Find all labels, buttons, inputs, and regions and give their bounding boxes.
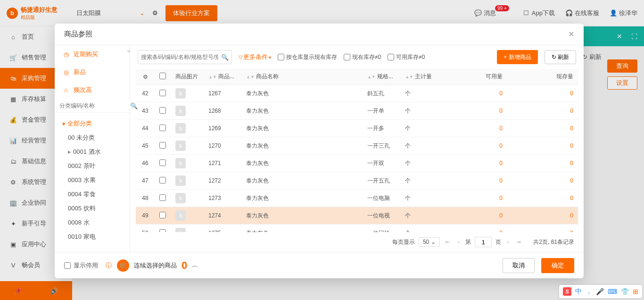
row-code: 1272 (204, 172, 241, 190)
row-image: b (171, 207, 204, 225)
row-code: 1270 (204, 137, 241, 155)
row-onhand: 0 (507, 207, 578, 225)
category-node[interactable]: 0002 茶叶 (55, 159, 130, 173)
product-table: ⚙ 商品图片 ▲▼商品... ▲▼商品名称 ▲▼规格... ▲▼主计量 可用量 … (136, 69, 578, 232)
table-row[interactable]: 43b1268泰力灰色一开单个00 (136, 102, 578, 120)
row-avail: 0 (437, 137, 507, 155)
col-onhand[interactable]: 现存量 (507, 69, 578, 85)
category-node[interactable]: 0004 零食 (55, 187, 130, 201)
category-node[interactable]: 0010 家电 (55, 230, 130, 244)
ok-button[interactable]: 确定 (541, 258, 574, 273)
ime-toolbox-icon[interactable]: ⊞ (633, 288, 638, 295)
row-checkbox[interactable] (155, 172, 171, 190)
modal-footer: 显示停用 ⓘ 🛒 连续选择的商品 0 ︿ 取消 确定 (55, 252, 584, 278)
ck-by-warehouse[interactable]: 按仓库显示现有库存 (278, 53, 337, 61)
row-checkbox[interactable] (155, 120, 171, 137)
filter-frequent[interactable]: ☆频次高 (55, 81, 130, 99)
category-node[interactable]: 00 未分类 (55, 131, 130, 145)
collapse-left-icon[interactable]: « (127, 47, 131, 54)
per-page-label: 每页显示 (392, 238, 415, 246)
category-root[interactable]: ▾ 全部分类 (55, 117, 130, 131)
category-search-input[interactable] (59, 102, 130, 109)
ime-mic-icon[interactable]: 🎤 (596, 288, 604, 295)
table-row[interactable]: 47b1272泰力灰色一开五孔个00 (136, 172, 578, 190)
col-avail[interactable]: 可用量 (437, 69, 507, 85)
ime-toolbar[interactable]: S 中 ， 🎤 ⌨ 👕 ⊞ (559, 285, 642, 298)
row-index: 42 (136, 85, 155, 102)
pagination: 每页显示 50 ⌄ ⇤ ‹ 第 页 › ⇥ 共2页, 61条记录 (130, 232, 584, 252)
more-conditions[interactable]: ▽ 更多条件▾ (239, 53, 271, 61)
row-unit: 个 (400, 155, 437, 172)
table-row[interactable]: 49b1274泰力灰色一位电视个00 (136, 207, 578, 225)
col-gear[interactable]: ⚙ (136, 69, 155, 85)
row-onhand: 0 (507, 225, 578, 233)
col-name[interactable]: ▲▼商品名称 (241, 69, 363, 85)
table-row[interactable]: 50b1275泰力灰色一位门铃个00 (136, 225, 578, 233)
refresh-button[interactable]: ↻ 刷新 (545, 50, 576, 64)
ck-avail-ne0[interactable]: 可用库存≠0 (388, 53, 425, 61)
row-spec: 一位门铃 (363, 225, 400, 233)
row-avail: 0 (437, 155, 507, 172)
col-unit[interactable]: ▲▼主计量 (400, 69, 437, 85)
row-spec: 斜五孔 (363, 85, 400, 102)
row-avail: 0 (437, 120, 507, 137)
gear-icon: ⚙ (143, 74, 148, 80)
product-search: 🔍 (138, 50, 232, 64)
row-checkbox[interactable] (155, 190, 171, 207)
help-icon[interactable]: ⓘ (105, 262, 112, 269)
first-page-icon[interactable]: ⇤ (444, 238, 452, 246)
ime-keyboard-icon[interactable]: ⌨ (608, 288, 617, 295)
row-onhand: 0 (507, 85, 578, 102)
category-node[interactable]: 0008 水 (55, 216, 130, 230)
modal-left-panel: « ◷近期购买 ◎新品 ☆频次高 🔍 ▾ 全部分类 00 未分类0001 酒水0… (55, 45, 130, 252)
col-image[interactable]: 商品图片 (171, 69, 204, 85)
table-row[interactable]: 48b1273泰力灰色一位电脑个00 (136, 190, 578, 207)
filter-new[interactable]: ◎新品 (55, 63, 130, 81)
category-node[interactable]: 0001 酒水 (55, 145, 130, 159)
close-icon[interactable]: ✕ (568, 30, 574, 39)
row-code: 1268 (204, 102, 241, 120)
col-spec[interactable]: ▲▼规格... (363, 69, 400, 85)
row-checkbox[interactable] (155, 102, 171, 120)
selected-count: 0 (182, 259, 187, 272)
row-checkbox[interactable] (155, 85, 171, 102)
search-icon[interactable]: 🔍 (221, 53, 229, 61)
ime-skin-icon[interactable]: 👕 (621, 288, 629, 295)
row-checkbox[interactable] (155, 207, 171, 225)
row-checkbox[interactable] (155, 225, 171, 233)
table-row[interactable]: 45b1270泰力灰色一开三孔个00 (136, 137, 578, 155)
row-name: 泰力灰色 (241, 190, 363, 207)
show-disabled-checkbox[interactable]: 显示停用 (64, 261, 98, 270)
chevron-up-icon[interactable]: ︿ (192, 261, 198, 270)
table-row[interactable]: 46b1271泰力灰色一开双个00 (136, 155, 578, 172)
category-node[interactable]: 0005 饮料 (55, 201, 130, 216)
next-page-icon[interactable]: › (505, 238, 511, 246)
row-onhand: 0 (507, 102, 578, 120)
search-icon[interactable]: 🔍 (130, 102, 138, 109)
table-row[interactable]: 42b1267泰力灰色斜五孔个00 (136, 85, 578, 102)
modal-right-panel: 🔍 ▽ 更多条件▾ 按仓库显示现有库存 现有库存≠0 可用库存≠0 + 新增商品… (130, 45, 584, 252)
ime-punct[interactable]: ， (586, 287, 592, 296)
row-checkbox[interactable] (155, 137, 171, 155)
row-avail: 0 (437, 85, 507, 102)
last-page-icon[interactable]: ⇥ (514, 238, 523, 246)
cancel-button[interactable]: 取消 (503, 258, 535, 273)
row-code: 1275 (204, 225, 241, 233)
ime-lang[interactable]: 中 (575, 287, 582, 296)
add-product-button[interactable]: + 新增商品 (497, 50, 537, 64)
col-checkbox[interactable] (155, 69, 171, 85)
product-search-input[interactable] (141, 54, 218, 60)
col-code[interactable]: ▲▼商品... (204, 69, 241, 85)
per-page-select[interactable]: 50 ⌄ (419, 237, 440, 247)
page-input[interactable] (475, 237, 492, 247)
prev-page-icon[interactable]: ‹ (456, 238, 462, 246)
row-avail: 0 (437, 225, 507, 233)
clock-icon: ◷ (62, 50, 70, 58)
row-name: 泰力灰色 (241, 225, 363, 233)
row-checkbox[interactable] (155, 155, 171, 172)
ck-onhand-ne0[interactable]: 现有库存≠0 (344, 53, 381, 61)
row-onhand: 0 (507, 155, 578, 172)
category-node[interactable]: 0003 水果 (55, 173, 130, 187)
table-row[interactable]: 44b1269泰力灰色一开多个00 (136, 120, 578, 137)
filter-recent-purchase[interactable]: ◷近期购买 (55, 45, 130, 63)
